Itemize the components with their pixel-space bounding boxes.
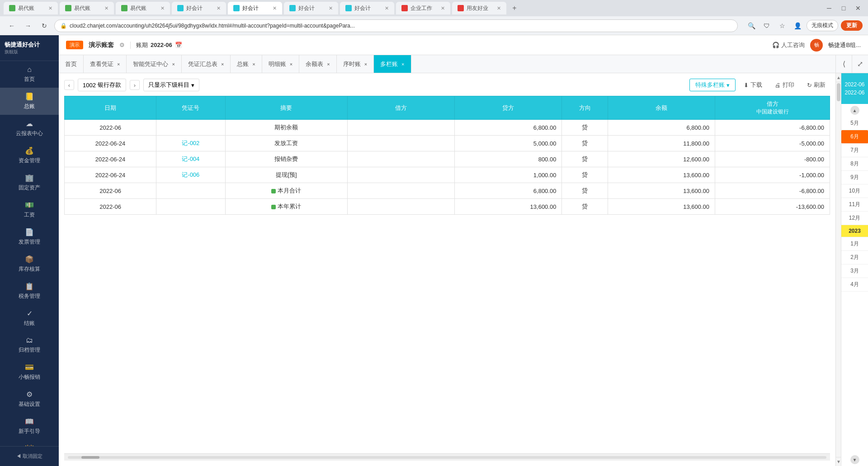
unpin-button[interactable]: ◀ 取消固定 [3,450,56,462]
tab-close-5[interactable]: ✕ [273,5,277,11]
refresh-ledger-button[interactable]: ↻ 刷新 [802,79,830,91]
sidebar-item-membership[interactable]: 👑 畅会员 [0,440,59,446]
tab-close-6[interactable]: ✕ [329,5,333,11]
print-button[interactable]: 🖨 打印 [770,79,799,91]
sidebar-item-archive[interactable]: 🗂 归档管理 [0,332,59,358]
browser-tab-9[interactable]: 用友好业 ✕ [452,2,506,14]
tab-close-voucher-summary[interactable]: × [221,61,224,67]
date-scroll-down-btn[interactable]: ▼ [850,455,859,464]
sidebar-item-close-period[interactable]: ✓ 结账 [0,305,59,332]
sidebar-item-assets[interactable]: 🏢 固定资产 [0,169,59,196]
tab-close-view-voucher[interactable]: × [117,61,120,67]
maximize-button[interactable]: □ [837,4,850,13]
sidebar-item-settings[interactable]: ⚙ 基础设置 [0,386,59,413]
incognito-button[interactable]: 无痕模式 [807,20,838,31]
tab-close-smart-voucher[interactable]: × [172,61,175,67]
collapse-tab-button[interactable]: ⟨ [835,55,852,73]
date-item-8[interactable]: 8月 [841,157,868,171]
forward-button[interactable]: → [22,19,34,32]
tab-close-balance[interactable]: × [327,61,330,67]
tab-chronological[interactable]: 序时账 × [337,55,374,73]
vertical-scrollbar[interactable]: ▲ ▼ [835,73,841,466]
tab-close-3[interactable]: ✕ [160,5,165,11]
tab-voucher-summary[interactable]: 凭证汇总表 × [182,55,231,73]
date-item-2023-3[interactable]: 3月 [841,264,868,278]
minimize-button[interactable]: ─ [823,4,835,13]
h-scroll-track[interactable] [68,456,826,459]
browser-tab-6[interactable]: 好会计 ✕ [284,2,338,14]
tab-multi-column[interactable]: 多栏账 × [374,55,411,73]
browser-tab-3[interactable]: 易代账 ✕ [116,2,170,14]
download-button[interactable]: ⬇ 下载 [739,79,767,91]
date-item-12[interactable]: 12月 [841,212,868,225]
tab-close-7[interactable]: ✕ [385,5,389,11]
sidebar-item-tax[interactable]: 📋 税务管理 [0,278,59,305]
date-item-11[interactable]: 11月 [841,198,868,212]
refresh-browser-button[interactable]: ↻ [38,19,51,32]
date-item-6[interactable]: 6月 [841,130,868,144]
tab-close-2[interactable]: ✕ [104,5,108,11]
new-tab-button[interactable]: + [508,2,521,14]
back-button[interactable]: ← [5,19,18,32]
tab-close-detail[interactable]: × [290,61,292,67]
sidebar-item-invoice[interactable]: 📄 发票管理 [0,223,59,250]
date-item-2023-1[interactable]: 1月 [841,237,868,251]
tab-view-voucher[interactable]: 查看凭证 × [84,55,127,73]
tab-home[interactable]: 首页 [59,55,84,73]
browser-tab-5[interactable]: 好会计 ✕ [228,2,282,14]
browser-tab-7[interactable]: 好会计 ✕ [340,2,394,14]
star-button[interactable]: ☆ [776,19,788,32]
tab-close-8[interactable]: ✕ [441,5,445,11]
tab-close-general-ledger[interactable]: × [252,61,255,67]
date-item-2023-4[interactable]: 4月 [841,278,868,292]
sidebar-item-ledger[interactable]: 📒 总账 [0,88,59,115]
sidebar-item-cloud-report[interactable]: ☁ 云报表中心 [0,115,59,142]
h-scroll-thumb[interactable] [81,456,99,459]
tab-close-9[interactable]: ✕ [497,5,501,11]
date-item-5[interactable]: 5月 [841,117,868,130]
tab-smart-voucher[interactable]: 智能凭证中心 × [127,55,181,73]
browser-tab-4[interactable]: 好会计 ✕ [172,2,226,14]
scroll-thumb[interactable] [837,83,840,101]
sidebar-item-guide[interactable]: 📖 新手引导 [0,413,59,440]
prev-account-button[interactable]: ‹ [64,80,74,90]
url-input[interactable]: 🔒 cloud2.chanjet.com/accounting/uh26t264… [54,19,738,32]
date-item-9[interactable]: 9月 [841,171,868,184]
date-scroll-up-btn[interactable]: ▲ [850,106,859,115]
date-item-2023-2[interactable]: 2月 [841,251,868,264]
tab-close-multi-column[interactable]: × [401,61,404,67]
tab-close-chronological[interactable]: × [364,61,367,67]
date-item-10[interactable]: 10月 [841,184,868,198]
tab-close-4[interactable]: ✕ [217,5,221,11]
browser-tab-1[interactable]: 易代账 ✕ [4,2,58,14]
voucher-link[interactable]: 记-006 [182,171,199,178]
filter-dropdown[interactable]: 只显示下级科目 ▾ [143,79,199,91]
date-item-7[interactable]: 7月 [841,144,868,157]
search-browser-button[interactable]: 🔍 [745,19,758,32]
special-multi-column-button[interactable]: 特殊多栏账 ▾ [689,79,736,91]
sidebar-item-home[interactable]: ⌂ 首页 [0,61,59,88]
calendar-icon[interactable]: 📅 [175,42,182,48]
account-selector[interactable]: 1002 银行存款 [78,79,126,91]
voucher-link[interactable]: 记-002 [182,140,199,146]
shield-icon[interactable]: 🛡 [760,19,773,32]
next-account-button[interactable]: › [130,80,140,90]
tab-general-ledger[interactable]: 总账 × [231,55,262,73]
browser-tab-2[interactable]: 易代账 ✕ [60,2,114,14]
horizontal-scrollbar[interactable] [64,453,830,461]
profile-button[interactable]: 👤 [791,19,804,32]
sidebar-item-inventory[interactable]: 📦 库存核算 [0,250,59,278]
tab-close-1[interactable]: ✕ [48,5,52,11]
tab-detail-ledger[interactable]: 明细账 × [262,55,299,73]
sidebar-item-payroll[interactable]: 💵 工资 [0,196,59,223]
browser-tab-8[interactable]: 企业工作 ✕ [396,2,450,14]
update-button[interactable]: 更新 [841,20,863,31]
close-button[interactable]: ✕ [852,4,864,13]
sidebar-item-fund[interactable]: 💰 资金管理 [0,142,59,169]
sidebar-item-expense[interactable]: 💳 小畅报销 [0,358,59,386]
consultant-button[interactable]: 🎧 人工咨询 [772,41,805,49]
expand-tab-button[interactable]: ⤢ [852,55,868,73]
tab-balance[interactable]: 余额表 × [299,55,336,73]
settings-gear-icon[interactable]: ⚙ [119,42,125,48]
voucher-link[interactable]: 记-004 [182,155,199,162]
